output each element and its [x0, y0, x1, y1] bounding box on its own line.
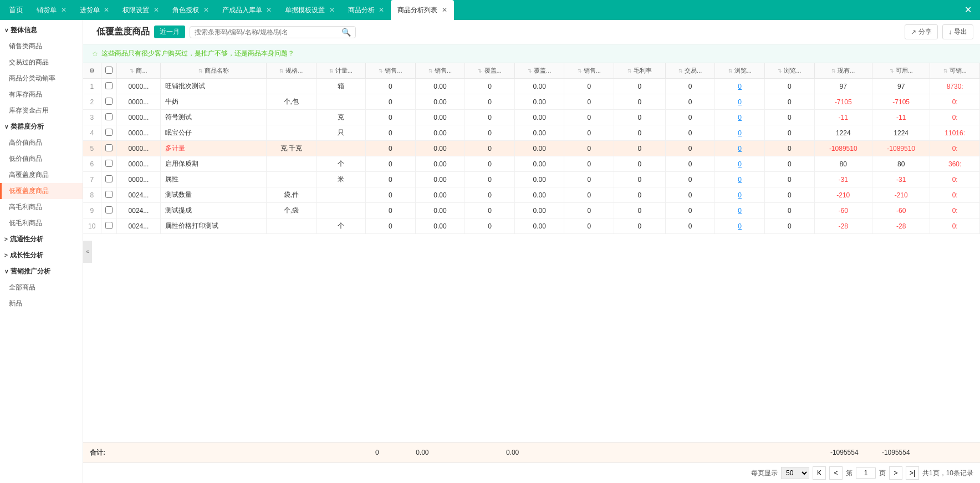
row-checkbox[interactable] — [105, 129, 113, 136]
view1-link[interactable]: 0 — [738, 98, 742, 106]
sidebar-item-low-coverage[interactable]: 低覆盖度商品 — [0, 183, 83, 199]
sidebar-collapse-button[interactable]: « — [83, 241, 92, 263]
nav-product-in[interactable]: 产成品入库单 ✕ — [216, 0, 279, 20]
th-available[interactable]: ⇅ 可用... — [872, 63, 930, 79]
nav-sales[interactable]: 销货单 ✕ — [30, 0, 73, 20]
sidebar-item-traded-goods[interactable]: 交易过的商品 — [0, 54, 83, 70]
sidebar-item-high-margin[interactable]: 高毛利商品 — [0, 199, 83, 215]
td-view2: 0 — [764, 79, 814, 94]
view1-link[interactable]: 0 — [738, 145, 742, 152]
th-code[interactable]: ⇅ 商... — [116, 63, 161, 79]
window-close-button[interactable]: ✕ — [958, 0, 978, 20]
nav-close-analysis-list[interactable]: ✕ — [442, 6, 447, 14]
th-margin[interactable]: ⇅ 毛利率 — [614, 63, 666, 79]
sidebar-item-sales-goods[interactable]: 销售类商品 — [0, 38, 83, 54]
row-checkbox[interactable] — [105, 98, 113, 105]
td-cover2: 0.00 — [514, 94, 564, 110]
sidebar-item-high-value[interactable]: 高价值商品 — [0, 135, 83, 151]
nav-close-template[interactable]: ✕ — [329, 6, 335, 14]
th-current[interactable]: ⇅ 现有... — [814, 63, 872, 79]
th-sale-amt[interactable]: ⇅ 销售... — [415, 63, 465, 79]
th-check[interactable] — [101, 63, 116, 79]
select-all-checkbox[interactable] — [105, 67, 113, 74]
sidebar-item-new-goods[interactable]: 新品 — [0, 296, 83, 312]
td-margin: 0 — [614, 187, 666, 203]
nav-permission[interactable]: 权限设置 ✕ — [116, 0, 166, 20]
export-button[interactable]: ↓ 导出 — [942, 24, 973, 39]
th-cover1[interactable]: ⇅ 覆盖... — [465, 63, 515, 79]
nav-purchase[interactable]: 进货单 ✕ — [73, 0, 116, 20]
date-filter-button[interactable]: 近一月 — [154, 26, 185, 38]
td-check — [101, 110, 116, 125]
last-page-button[interactable]: >| — [906, 466, 919, 480]
th-unit[interactable]: ⇅ 计量... — [316, 63, 366, 79]
row-checkbox[interactable] — [105, 113, 113, 120]
th-sale3[interactable]: ⇅ 销售... — [564, 63, 614, 79]
td-trade: 0 — [665, 141, 715, 156]
row-checkbox[interactable] — [105, 160, 113, 167]
nav-close-role[interactable]: ✕ — [203, 6, 209, 14]
nav-close-analysis[interactable]: ✕ — [379, 6, 384, 14]
view1-link[interactable]: 0 — [738, 160, 742, 168]
next-page-button[interactable]: > — [889, 466, 902, 480]
th-view2[interactable]: ⇅ 浏览... — [764, 63, 814, 79]
sidebar-item-all-goods[interactable]: 全部商品 — [0, 279, 83, 296]
td-sale3: 0 — [564, 187, 614, 203]
sidebar-item-low-value[interactable]: 低价值商品 — [0, 151, 83, 167]
td-cover1: 0 — [465, 172, 515, 187]
th-spec[interactable]: ⇅ 规格... — [266, 63, 316, 79]
th-gear[interactable]: ⚙ — [83, 63, 101, 79]
view1-link[interactable]: 0 — [738, 207, 742, 215]
row-checkbox[interactable] — [105, 82, 113, 89]
nav-analysis-list[interactable]: 商品分析列表 ✕ — [391, 0, 454, 20]
td-saleable: 11016: — [930, 125, 980, 141]
row-checkbox[interactable] — [105, 206, 113, 213]
sidebar-section-cluster[interactable]: ∨ 类群度分析 — [0, 119, 83, 135]
td-available: 1224 — [872, 125, 930, 141]
row-checkbox[interactable] — [105, 191, 113, 198]
td-check — [101, 141, 116, 156]
search-input[interactable] — [195, 28, 341, 36]
sidebar-section-marketing[interactable]: ∨ 营销推广分析 — [0, 263, 83, 279]
view1-link[interactable]: 0 — [738, 176, 742, 184]
share-icon: ↗ — [911, 28, 916, 36]
nav-home[interactable]: 首页 — [2, 0, 30, 20]
th-sale-qty[interactable]: ⇅ 销售... — [366, 63, 416, 79]
th-view1[interactable]: ⇅ 浏览... — [715, 63, 765, 79]
view1-link[interactable]: 0 — [738, 83, 742, 90]
nav-role[interactable]: 角色授权 ✕ — [166, 0, 216, 20]
row-checkbox[interactable] — [105, 222, 113, 229]
th-name[interactable]: ⇅ 商品名称 — [161, 63, 267, 79]
td-saleable: 0: — [930, 94, 980, 110]
share-button[interactable]: ↗ 分享 — [905, 24, 938, 39]
td-index: 7 — [83, 172, 101, 187]
nav-close-permission[interactable]: ✕ — [154, 6, 159, 14]
page-number-input[interactable] — [856, 467, 876, 479]
prev-page-button[interactable]: < — [829, 466, 843, 480]
nav-close-purchase[interactable]: ✕ — [104, 6, 109, 14]
table-row: 40000...眠宝公仔只00.0000.0000000122412241101… — [83, 125, 980, 141]
sidebar-item-low-margin[interactable]: 低毛利商品 — [0, 215, 83, 231]
sidebar-item-stocked-goods[interactable]: 有库存商品 — [0, 87, 83, 103]
th-trade[interactable]: ⇅ 交易... — [665, 63, 715, 79]
view1-link[interactable]: 0 — [738, 114, 742, 121]
nav-close-product-in[interactable]: ✕ — [266, 6, 272, 14]
first-page-button[interactable]: K — [813, 466, 826, 480]
sidebar-section-overall[interactable]: ∨ 整体信息 — [0, 22, 83, 38]
sidebar-item-high-coverage[interactable]: 高覆盖度商品 — [0, 167, 83, 183]
sidebar-section-circulation[interactable]: > 流通性分析 — [0, 231, 83, 247]
row-checkbox[interactable] — [105, 175, 113, 182]
nav-close-sales[interactable]: ✕ — [61, 6, 67, 14]
sidebar-item-category-turnover[interactable]: 商品分类动销率 — [0, 70, 83, 87]
view1-link[interactable]: 0 — [738, 222, 742, 230]
sidebar-item-inventory-capital[interactable]: 库存资金占用 — [0, 103, 83, 119]
th-saleable[interactable]: ⇅ 可销... — [930, 63, 980, 79]
nav-template[interactable]: 单据模板设置 ✕ — [278, 0, 341, 20]
view1-link[interactable]: 0 — [738, 129, 742, 137]
th-cover2[interactable]: ⇅ 覆盖... — [514, 63, 564, 79]
sidebar-section-growth[interactable]: > 成长性分析 — [0, 247, 83, 263]
nav-analysis[interactable]: 商品分析 ✕ — [341, 0, 391, 20]
row-checkbox[interactable] — [105, 144, 113, 151]
page-size-select[interactable]: 50 20 100 200 — [781, 467, 809, 479]
view1-link[interactable]: 0 — [738, 191, 742, 199]
